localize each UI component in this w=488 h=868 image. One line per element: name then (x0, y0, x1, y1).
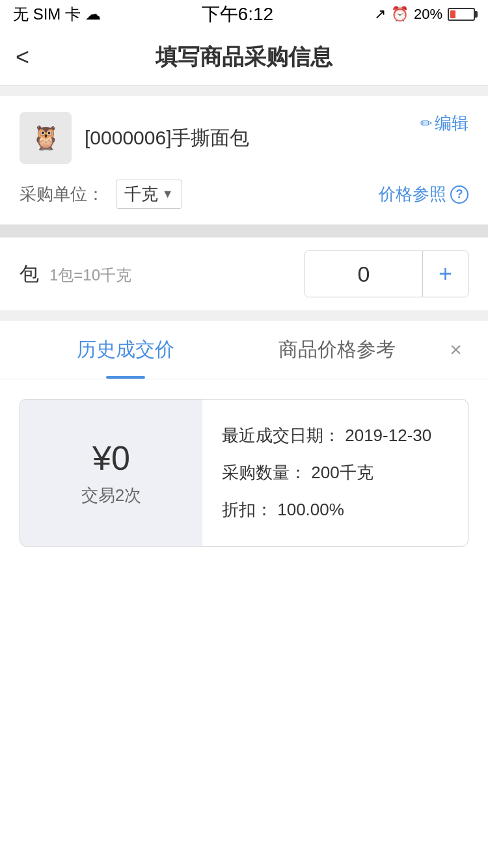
unit-area: 采购单位： 千克 ▼ (20, 180, 182, 209)
product-section: 🦉 [0000006]手撕面包 ✏ 编辑 采购单位： 千克 ▼ 价格参照 ? (0, 96, 488, 224)
price-card: ¥0 交易2次 最近成交日期： 2019-12-30 采购数量： 200千克 折… (20, 399, 468, 547)
product-thumbnail: 🦉 (20, 112, 72, 164)
battery-percent: 20% (414, 6, 442, 23)
product-name: [0000006]手撕面包 (85, 125, 249, 152)
price-card-container: ¥0 交易2次 最近成交日期： 2019-12-30 采购数量： 200千克 折… (0, 379, 488, 566)
tab-close-button[interactable]: × (443, 325, 468, 375)
price-amount: ¥0 (92, 439, 130, 478)
quantity-conversion: 1包=10千克 (49, 265, 131, 286)
product-logo-icon: 🦉 (31, 124, 61, 152)
discount-row: 折扣： 100.00% (222, 497, 448, 522)
recent-date-value: 2019-12-30 (345, 426, 431, 445)
edit-icon: ✏ (420, 115, 432, 132)
battery-icon (448, 8, 475, 21)
quantity-plus-button[interactable]: + (422, 251, 468, 297)
section-divider (0, 224, 488, 237)
location-icon: ↗ (374, 6, 386, 23)
quantity-label-area: 包 1包=10千克 (20, 261, 131, 288)
page-title: 填写商品采购信息 (156, 42, 332, 72)
unit-value: 千克 (124, 183, 158, 206)
status-time: 下午6:12 (202, 2, 274, 27)
quantity-section: 包 1包=10千克 + (0, 237, 488, 310)
tab-header: 历史成交价 商品价格参考 × (0, 321, 488, 379)
unit-dropdown-icon: ▼ (162, 187, 174, 201)
price-card-right: 最近成交日期： 2019-12-30 采购数量： 200千克 折扣： 100.0… (202, 400, 468, 546)
edit-label: 编辑 (435, 112, 468, 135)
tab-history-price[interactable]: 历史成交价 (20, 321, 232, 379)
tab-panel: 历史成交价 商品价格参考 × ¥0 交易2次 最近成交日期： 2019-12-3… (0, 321, 488, 566)
status-left: 无 SIM 卡 ☁ (13, 4, 101, 25)
product-header: 🦉 [0000006]手撕面包 ✏ 编辑 (20, 112, 468, 164)
price-transactions: 交易2次 (81, 484, 141, 507)
price-card-left: ¥0 交易2次 (20, 400, 202, 546)
purchase-qty-label: 采购数量： (222, 463, 306, 482)
nav-bar: < 填写商品采购信息 (0, 29, 488, 86)
edit-button[interactable]: ✏ 编辑 (420, 112, 468, 135)
tab-product-price-ref[interactable]: 商品价格参考 (232, 321, 444, 379)
help-icon: ? (450, 185, 468, 204)
status-bar: 无 SIM 卡 ☁ 下午6:12 ↗ ⏰ 20% (0, 0, 488, 29)
signal-text: 无 SIM 卡 ☁ (13, 4, 101, 25)
purchase-qty-value: 200千克 (311, 463, 373, 482)
unit-select-button[interactable]: 千克 ▼ (116, 180, 182, 209)
discount-value: 100.00% (277, 500, 344, 519)
recent-date-label: 最近成交日期： (222, 426, 340, 445)
product-left: 🦉 [0000006]手撕面包 (20, 112, 249, 164)
quantity-control: + (305, 251, 468, 297)
quantity-input[interactable] (305, 251, 422, 297)
price-ref-label: 价格参照 (379, 183, 446, 206)
quantity-unit: 包 (20, 261, 39, 288)
bottom-area (0, 566, 488, 868)
product-unit-row: 采购单位： 千克 ▼ 价格参照 ? (20, 180, 468, 209)
status-right: ↗ ⏰ 20% (374, 6, 475, 23)
purchase-qty-row: 采购数量： 200千克 (222, 460, 448, 485)
recent-date-row: 最近成交日期： 2019-12-30 (222, 423, 448, 448)
purchase-unit-label: 采购单位： (20, 184, 104, 204)
back-button[interactable]: < (16, 44, 29, 71)
alarm-icon: ⏰ (391, 6, 409, 23)
discount-label: 折扣： (222, 500, 273, 519)
price-ref-button[interactable]: 价格参照 ? (379, 183, 468, 206)
